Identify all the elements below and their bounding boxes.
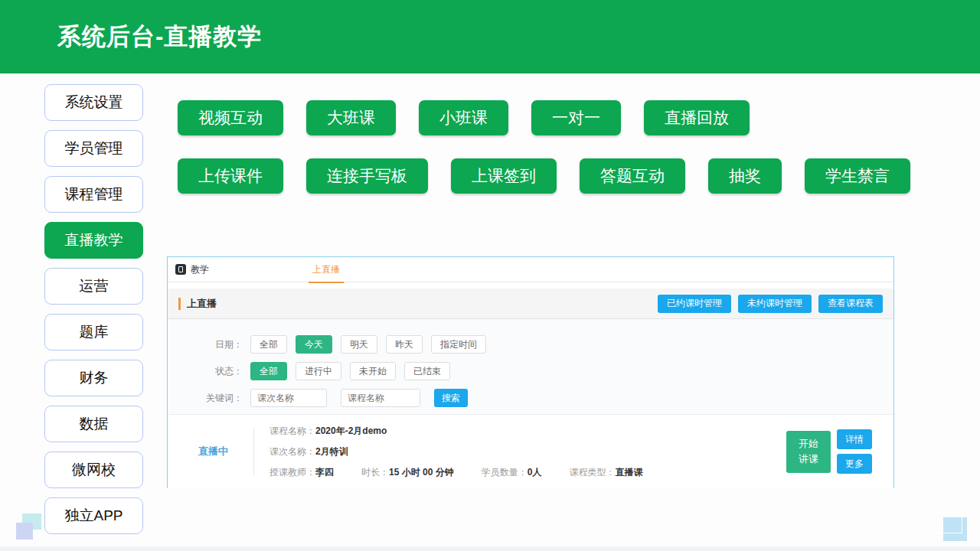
search-button[interactable]: 搜索 (434, 389, 468, 407)
course-name-line: 课程名称： 2020年-2月demo (270, 425, 642, 438)
feature-class-signin-button[interactable]: 上课签到 (451, 158, 557, 194)
row-actions: 开始讲课 详情 更多 (786, 429, 872, 474)
sidebar-item-student-management[interactable]: 学员管理 (44, 130, 143, 167)
course-meta-line: 授课教师： 李四 时长： 15 小时 00 分钟 学员数量： 0人 课程类型： … (270, 466, 642, 479)
feature-row-2: 上传课件 连接手写板 上课签到 答题互动 抽奖 学生禁言 (178, 158, 933, 194)
filter-row-date: 日期： 全部 今天 明天 昨天 指定时间 (198, 335, 893, 354)
course-list: 直播中 课程名称： 2020年-2月demo 课次名称： 2月特训 授课教师： … (168, 414, 893, 488)
filter-row-keyword: 关键词： 搜索 (198, 389, 893, 407)
status-chip-all[interactable]: 全部 (250, 362, 287, 380)
app-logo-icon (175, 264, 186, 275)
sidebar-item-standalone-app[interactable]: 独立APP (44, 497, 143, 534)
course-type-value: 直播课 (615, 466, 642, 479)
feature-row-1: 视频互动 大班课 小班课 一对一 直播回放 (178, 100, 773, 135)
date-chip-yesterday[interactable]: 昨天 (386, 335, 423, 354)
decoration-square-lavender (16, 523, 33, 540)
course-details: 课程名称： 2020年-2月demo 课次名称： 2月特训 授课教师： 李四 时… (270, 421, 642, 483)
teacher-value: 李四 (315, 466, 334, 479)
date-filter-label: 日期： (198, 338, 243, 351)
lesson-name-line: 课次名称： 2月特训 (270, 445, 642, 458)
section-header: 上直播 已约课时管理 未约课时管理 查看课程表 (168, 289, 893, 319)
panel-brand-label: 教学 (191, 263, 209, 276)
feature-large-class-button[interactable]: 大班课 (306, 100, 396, 135)
sidebar-item-course-management[interactable]: 课程管理 (44, 176, 143, 213)
feature-upload-courseware-button[interactable]: 上传课件 (178, 158, 283, 194)
booked-lessons-button[interactable]: 已约课时管理 (658, 295, 731, 313)
duration-value: 15 小时 00 分钟 (389, 466, 454, 479)
bottom-edge-strip (0, 546, 980, 551)
course-name-value: 2020年-2月demo (315, 425, 387, 438)
feature-video-interaction-button[interactable]: 视频互动 (178, 100, 283, 135)
sidebar-item-micro-school[interactable]: 微网校 (44, 452, 143, 488)
sidebar-item-operations[interactable]: 运营 (44, 268, 143, 305)
feature-mute-student-button[interactable]: 学生禁言 (805, 158, 910, 194)
status-chip-not-started[interactable]: 未开始 (350, 362, 396, 380)
course-type-label: 课程类型： (569, 466, 615, 479)
sidebar-item-finance[interactable]: 财务 (44, 360, 143, 396)
section-actions: 已约课时管理 未约课时管理 查看课程表 (651, 295, 883, 313)
sidebar-item-system-settings[interactable]: 系统设置 (44, 84, 143, 121)
panel-spacer (168, 282, 893, 289)
feature-one-on-one-button[interactable]: 一对一 (531, 100, 621, 135)
section-title: 上直播 (187, 297, 217, 311)
date-chip-tomorrow[interactable]: 明天 (341, 335, 377, 354)
admin-panel: 教学 上直播 上直播 已约课时管理 未约课时管理 查看课程表 日期： 全部 今天… (167, 256, 894, 488)
duration-label: 时长： (361, 466, 389, 479)
course-name-input[interactable] (341, 389, 420, 407)
status-chip-ongoing[interactable]: 进行中 (296, 362, 341, 380)
course-name-label: 课程名称： (270, 425, 315, 438)
status-chip-ended[interactable]: 已结束 (404, 362, 450, 380)
date-chip-all[interactable]: 全部 (250, 335, 287, 354)
date-chip-today[interactable]: 今天 (296, 335, 332, 354)
students-value: 0人 (528, 466, 542, 479)
sidebar-item-data[interactable]: 数据 (44, 406, 143, 442)
row-divider (253, 428, 254, 475)
decoration-square-outline (934, 513, 962, 533)
live-status-badge: 直播中 (198, 445, 246, 458)
more-button[interactable]: 更多 (837, 454, 872, 474)
page-title: 系统后台-直播教学 (57, 21, 262, 53)
teacher-label: 授课教师： (270, 466, 315, 479)
filter-row-status: 状态： 全部 进行中 未开始 已结束 (198, 362, 893, 380)
lesson-name-label: 课次名称： (270, 445, 315, 458)
detail-button[interactable]: 详情 (837, 429, 872, 449)
filter-area: 日期： 全部 今天 明天 昨天 指定时间 状态： 全部 进行中 未开始 已结束 … (168, 319, 893, 414)
lesson-name-value: 2月特训 (315, 445, 348, 458)
unbooked-lessons-button[interactable]: 未约课时管理 (738, 295, 812, 313)
feature-connect-tablet-button[interactable]: 连接手写板 (306, 158, 428, 194)
page-header: 系统后台-直播教学 (0, 0, 980, 73)
feature-small-class-button[interactable]: 小班课 (419, 100, 508, 135)
start-teaching-button[interactable]: 开始讲课 (786, 431, 831, 473)
tab-go-live[interactable]: 上直播 (312, 257, 340, 282)
section-accent-bar (178, 298, 181, 310)
feature-lottery-button[interactable]: 抽奖 (708, 158, 782, 194)
students-label: 学员数量： (482, 466, 528, 479)
view-schedule-button[interactable]: 查看课程表 (818, 295, 883, 313)
sidebar-item-live-teaching[interactable]: 直播教学 (44, 222, 143, 259)
date-chip-custom[interactable]: 指定时间 (431, 335, 486, 354)
sidebar-item-question-bank[interactable]: 题库 (44, 314, 143, 350)
status-filter-label: 状态： (198, 365, 243, 378)
feature-quiz-interaction-button[interactable]: 答题互动 (580, 158, 685, 194)
lesson-name-input[interactable] (250, 389, 327, 407)
panel-tabbar: 教学 上直播 (168, 257, 893, 282)
keyword-filter-label: 关键词： (198, 392, 243, 405)
sidebar: 系统设置 学员管理 课程管理 直播教学 运营 题库 财务 数据 微网校 独立AP… (44, 84, 143, 543)
feature-live-replay-button[interactable]: 直播回放 (644, 100, 750, 135)
